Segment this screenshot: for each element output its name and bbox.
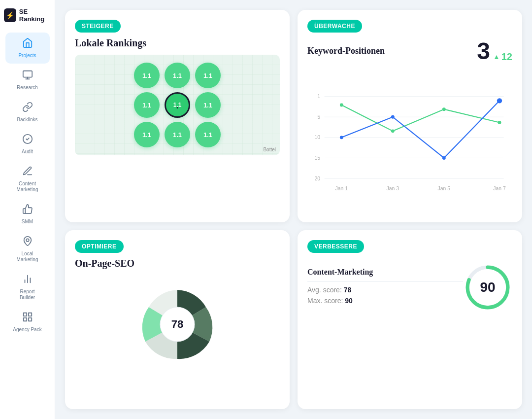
arrow-up-icon: ▲ — [493, 53, 500, 61]
svg-point-31 — [391, 129, 395, 133]
sidebar-label-smm: SMM — [22, 219, 33, 225]
svg-text:Jan 5: Jan 5 — [438, 186, 451, 191]
kw-number: 3 — [477, 37, 490, 65]
svg-text:Jan 3: Jan 3 — [387, 186, 399, 191]
svg-text:Jan 7: Jan 7 — [493, 186, 506, 191]
dot-row-1: 1.1 1.1 1.1 — [134, 63, 221, 88]
max-score-label: Max. score: — [307, 297, 343, 305]
chart-svg: 1 5 10 15 20 Jan 1 Jan 3 Jan 5 Jan 7 — [307, 74, 512, 212]
sidebar-label-content-marketing: ContentMarketing — [17, 181, 38, 193]
logo-icon: ⚡ — [4, 8, 16, 22]
sidebar-label-audit: Audit — [22, 149, 33, 155]
badge-verbessere: VERBESSERE — [307, 240, 364, 253]
sidebar-label-projects: Projects — [18, 53, 36, 59]
badge-optimiere: OPTIMIERE — [75, 240, 124, 253]
svg-point-29 — [497, 98, 502, 103]
svg-point-28 — [442, 156, 446, 160]
badge-uberwache: ÜBERWACHE — [307, 20, 362, 33]
sidebar-label-research: Research — [17, 85, 38, 91]
card-uberwache: ÜBERWACHE Keyword-Positionen 3 ▲ 12 — [298, 10, 522, 222]
dot-2-1: 1.1 — [134, 92, 160, 118]
card-steigere-title: Lokale Rankings — [75, 37, 280, 49]
sidebar-item-research[interactable]: Research — [5, 65, 50, 96]
dot-3-2: 1.1 — [165, 122, 190, 147]
kw-change-value: 12 — [501, 51, 512, 63]
svg-rect-9 — [28, 313, 31, 316]
badge-steigere: STEIGERE — [75, 20, 121, 33]
sidebar-item-local-marketing[interactable]: LocalMarketing — [5, 231, 50, 268]
card-optimiere-title: On-Page-SEO — [75, 258, 280, 269]
smm-icon — [22, 204, 33, 217]
sidebar-item-smm[interactable]: SMM — [5, 199, 50, 230]
score-info: Content-Marketing Avg. score: 78 Max. sc… — [307, 268, 463, 308]
card-optimiere: OPTIMIERE On-Page-SEO 78 — [65, 230, 290, 409]
backlinks-icon — [22, 102, 33, 115]
sidebar: ⚡ SE Ranking Projects Research Backlinks — [0, 0, 55, 419]
kw-stats: 3 ▲ 12 — [477, 37, 512, 65]
svg-text:1: 1 — [317, 94, 320, 99]
sidebar-label-local-marketing: LocalMarketing — [17, 251, 38, 263]
research-icon — [22, 70, 33, 83]
svg-point-27 — [391, 115, 395, 119]
dot-center: 1.1 — [165, 92, 190, 118]
svg-text:15: 15 — [314, 155, 320, 161]
dot-3-1: 1.1 — [134, 122, 160, 147]
agency-pack-icon — [22, 312, 33, 325]
dot-2-3: 1.1 — [195, 92, 221, 118]
logo-text: SE Ranking — [19, 8, 51, 23]
dot-1-1: 1.1 — [134, 63, 160, 88]
kw-title: Keyword-Positionen — [307, 46, 385, 56]
svg-point-32 — [442, 107, 446, 111]
sidebar-label-agency-pack: Agency Pack — [13, 327, 41, 333]
circle-score-number: 90 — [480, 279, 495, 295]
svg-text:20: 20 — [314, 176, 320, 181]
avg-score-row: Avg. score: 78 — [307, 286, 463, 294]
dot-row-2: 1.1 1.1 1.1 — [134, 92, 221, 118]
svg-point-26 — [340, 136, 343, 139]
verbessere-score-section: Content-Marketing Avg. score: 78 Max. sc… — [307, 263, 512, 312]
dot-row-3: 1.1 1.1 1.1 — [134, 122, 221, 147]
donut-chart-container: 78 — [75, 275, 280, 374]
svg-text:78: 78 — [171, 318, 183, 330]
svg-rect-11 — [28, 318, 31, 321]
content-marketing-icon — [22, 166, 33, 179]
sidebar-label-backlinks: Backlinks — [17, 117, 37, 123]
svg-rect-8 — [23, 313, 26, 316]
local-grid-map: 1.1 1.1 1.1 1.1 1.1 1.1 1.1 1.1 1.1 Bott… — [75, 55, 280, 155]
sidebar-item-backlinks[interactable]: Backlinks — [5, 97, 50, 128]
avg-score-value: 78 — [344, 286, 352, 294]
logo: ⚡ SE Ranking — [0, 8, 55, 23]
max-score-row: Max. score: 90 — [307, 297, 463, 305]
svg-rect-0 — [23, 71, 32, 77]
sidebar-label-report-builder: ReportBuilder — [20, 289, 35, 301]
donut-chart-svg: 78 — [133, 280, 222, 369]
main-content: STEIGERE Lokale Rankings 1.1 1.1 1.1 1.1… — [55, 0, 532, 419]
sidebar-item-report-builder[interactable]: ReportBuilder — [5, 269, 50, 306]
sidebar-item-content-marketing[interactable]: ContentMarketing — [5, 161, 50, 198]
max-score-value: 90 — [345, 297, 353, 305]
svg-text:5: 5 — [317, 114, 320, 120]
audit-icon — [22, 134, 33, 147]
keyword-chart: 1 5 10 15 20 Jan 1 Jan 3 Jan 5 Jan 7 — [307, 74, 512, 212]
svg-point-30 — [340, 104, 343, 107]
card-verbessere: VERBESSERE Content-Marketing Avg. score:… — [298, 230, 522, 409]
svg-text:Jan 1: Jan 1 — [335, 186, 348, 191]
map-label: Bottel — [263, 147, 276, 152]
sidebar-item-audit[interactable]: Audit — [5, 129, 50, 160]
avg-score-label: Avg. score: — [307, 286, 342, 294]
dot-1-3: 1.1 — [195, 63, 221, 88]
sidebar-item-projects[interactable]: Projects — [5, 33, 50, 64]
report-builder-icon — [22, 274, 33, 287]
kw-header: Keyword-Positionen 3 ▲ 12 — [307, 37, 512, 65]
svg-text:10: 10 — [314, 135, 320, 140]
sidebar-item-agency-pack[interactable]: Agency Pack — [5, 307, 50, 338]
home-icon — [22, 37, 33, 51]
svg-rect-10 — [23, 318, 26, 321]
circle-score: 90 — [463, 263, 512, 312]
local-marketing-icon — [22, 236, 33, 249]
card-steigere: STEIGERE Lokale Rankings 1.1 1.1 1.1 1.1… — [65, 10, 290, 222]
svg-point-4 — [26, 239, 29, 242]
verbessere-title: Content-Marketing — [307, 268, 463, 277]
dot-1-2: 1.1 — [165, 63, 190, 88]
kw-change: ▲ 12 — [493, 51, 512, 63]
